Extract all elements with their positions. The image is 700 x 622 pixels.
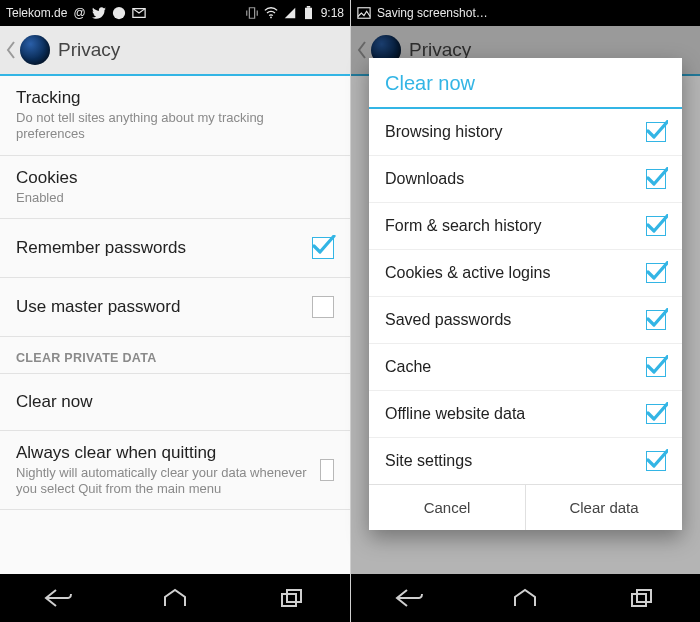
dlg-item-form[interactable]: Form & search history (369, 203, 682, 250)
svg-rect-3 (307, 6, 311, 8)
dlg-label: Saved passwords (385, 311, 646, 329)
nav-home-button[interactable] (495, 583, 555, 613)
dialog-buttons: Cancel Clear data (369, 484, 682, 530)
dlg-checkbox[interactable] (646, 404, 666, 424)
dlg-checkbox[interactable] (646, 310, 666, 330)
svg-point-1 (270, 17, 272, 19)
clear-now-label: Clear now (16, 392, 334, 412)
carrier-text: Telekom.de (6, 6, 67, 20)
nav-back-button[interactable] (28, 583, 88, 613)
svg-rect-5 (287, 590, 301, 602)
always-clear-item[interactable]: Always clear when quitting Nightly will … (0, 431, 350, 511)
wifi-icon (264, 6, 278, 20)
signal-icon (283, 6, 297, 20)
cookies-sub: Enabled (16, 190, 334, 206)
always-clear-sub: Nightly will automatically clear your da… (16, 465, 320, 498)
back-button[interactable] (6, 35, 50, 65)
dlg-checkbox[interactable] (646, 169, 666, 189)
master-password-item[interactable]: Use master password (0, 278, 350, 337)
at-symbol: @ (73, 6, 85, 20)
cancel-button[interactable]: Cancel (369, 485, 525, 530)
clear-now-item[interactable]: Clear now (0, 374, 350, 431)
section-clear-private-data: CLEAR PRIVATE DATA (0, 337, 350, 374)
dlg-item-cookies[interactable]: Cookies & active logins (369, 250, 682, 297)
dlg-label: Cookies & active logins (385, 264, 646, 282)
dlg-item-browsing[interactable]: Browsing history (369, 109, 682, 156)
status-bar: Telekom.de @ 9:18 (0, 0, 350, 26)
remember-label: Remember passwords (16, 238, 312, 258)
dlg-label: Cache (385, 358, 646, 376)
saving-text: Saving screenshot… (377, 6, 488, 20)
dlg-item-offline[interactable]: Offline website data (369, 391, 682, 438)
app-globe-icon (20, 35, 50, 65)
nav-back-button[interactable] (379, 583, 439, 613)
clear-data-button[interactable]: Clear data (525, 485, 682, 530)
chevron-left-icon (6, 41, 16, 59)
nav-home-button[interactable] (145, 583, 205, 613)
clear-now-dialog: Clear now Browsing history Downloads For… (369, 58, 682, 530)
svg-rect-4 (282, 594, 296, 606)
status-bar: Saving screenshot… (351, 0, 700, 26)
settings-list: Tracking Do not tell sites anything abou… (0, 76, 350, 574)
dlg-label: Form & search history (385, 217, 646, 235)
tracking-sub: Do not tell sites anything about my trac… (16, 110, 334, 143)
svg-rect-8 (637, 590, 651, 602)
remember-checkbox[interactable] (312, 237, 334, 259)
firefox-icon (112, 6, 126, 20)
phone-left: Telekom.de @ 9:18 Privacy (0, 0, 350, 622)
dlg-item-downloads[interactable]: Downloads (369, 156, 682, 203)
vibrate-icon (245, 6, 259, 20)
nav-recents-button[interactable] (262, 583, 322, 613)
svg-rect-2 (305, 8, 312, 19)
dlg-checkbox[interactable] (646, 263, 666, 283)
nav-bar (0, 574, 350, 622)
dlg-checkbox[interactable] (646, 122, 666, 142)
nav-bar (351, 574, 700, 622)
dialog-title: Clear now (369, 58, 682, 109)
twitter-icon (92, 6, 106, 20)
dlg-label: Browsing history (385, 123, 646, 141)
tracking-item[interactable]: Tracking Do not tell sites anything abou… (0, 76, 350, 156)
clock-text: 9:18 (321, 6, 344, 20)
dlg-checkbox[interactable] (646, 216, 666, 236)
svg-rect-7 (632, 594, 646, 606)
master-checkbox[interactable] (312, 296, 334, 318)
remember-passwords-item[interactable]: Remember passwords (0, 219, 350, 278)
gmail-icon (132, 6, 146, 20)
dlg-label: Site settings (385, 452, 646, 470)
nav-recents-button[interactable] (612, 583, 672, 613)
page-title: Privacy (58, 39, 120, 61)
always-clear-checkbox[interactable] (320, 459, 334, 481)
image-icon (357, 6, 371, 20)
dlg-item-site[interactable]: Site settings (369, 438, 682, 484)
always-clear-label: Always clear when quitting (16, 443, 320, 463)
dlg-item-cache[interactable]: Cache (369, 344, 682, 391)
dlg-checkbox[interactable] (646, 451, 666, 471)
tracking-label: Tracking (16, 88, 334, 108)
dlg-checkbox[interactable] (646, 357, 666, 377)
dlg-item-passwords[interactable]: Saved passwords (369, 297, 682, 344)
svg-point-0 (112, 7, 124, 19)
cookies-item[interactable]: Cookies Enabled (0, 156, 350, 219)
action-bar: Privacy (0, 26, 350, 76)
battery-icon (302, 6, 316, 20)
cookies-label: Cookies (16, 168, 334, 188)
phone-right: Saving screenshot… Privacy Clear now Bro… (350, 0, 700, 622)
dlg-label: Downloads (385, 170, 646, 188)
dlg-label: Offline website data (385, 405, 646, 423)
master-label: Use master password (16, 297, 312, 317)
